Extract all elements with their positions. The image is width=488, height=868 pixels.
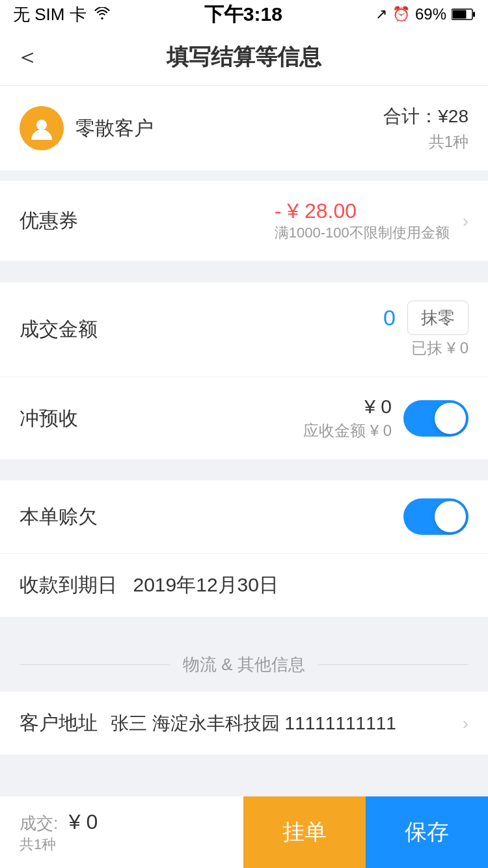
bottom-label: 成交: (20, 813, 58, 833)
bottom-label-amount: 成交: ¥ 0 (20, 810, 224, 835)
prepayment-amount: ¥ 0 (303, 396, 392, 418)
credit-section: 本单赊欠 收款到期日 2019年12月30日 (0, 480, 488, 617)
customer-total: 合计：¥28 (383, 104, 468, 129)
prepayment-right: ¥ 0 应收金额 ¥ 0 (303, 396, 468, 441)
transaction-sub: 已抹 ¥ 0 (411, 338, 468, 359)
transaction-top: 抹零 (344, 301, 468, 335)
status-right: ↗ ⏰ 69% (375, 5, 475, 23)
coupon-section: 优惠券 - ¥ 28.00 满1000-100不限制使用金额 › (0, 181, 488, 262)
coupon-amount: - ¥ 28.00 (275, 199, 450, 223)
bottom-count: 共1种 (20, 835, 224, 854)
toggle-thumb (435, 403, 466, 434)
address-value: 张三 海淀永丰科技园 11111111111 (111, 711, 457, 736)
page-title: 填写结算等信息 (167, 42, 321, 72)
no-sim-text: 无 SIM 卡 (13, 3, 87, 26)
prepayment-top: ¥ 0 应收金额 ¥ 0 (303, 396, 468, 441)
logistics-title: 物流 & 其他信息 (183, 653, 305, 676)
bottom-info: 成交: ¥ 0 共1种 (0, 810, 243, 854)
save-button-label: 保存 (405, 817, 449, 847)
coupon-label: 优惠券 (20, 208, 78, 234)
logistics-line-right (318, 664, 468, 665)
transaction-right: 抹零 已抹 ¥ 0 (344, 301, 468, 359)
divider-2 (0, 470, 488, 480)
customer-name: 零散客户 (75, 115, 154, 142)
credit-label: 本单赊欠 (20, 504, 98, 530)
customer-right: 合计：¥28 共1种 (383, 104, 468, 152)
divider-1 (0, 272, 488, 282)
divider-3 (0, 627, 488, 638)
save-button[interactable]: 保存 (366, 796, 488, 868)
coupon-values: - ¥ 28.00 满1000-100不限制使用金额 (275, 199, 450, 243)
coupon-desc: 满1000-100不限制使用金额 (275, 223, 450, 243)
coupon-row[interactable]: 优惠券 - ¥ 28.00 满1000-100不限制使用金额 › (0, 181, 488, 262)
status-bar: 无 SIM 卡 下午3:18 ↗ ⏰ 69% (0, 0, 488, 29)
status-left: 无 SIM 卡 (13, 3, 111, 26)
logistics-header: 物流 & 其他信息 (0, 638, 488, 692)
bottom-amount: ¥ 0 (69, 810, 98, 834)
transaction-label: 成交金额 (20, 316, 98, 343)
hold-button-label: 挂单 (282, 817, 327, 847)
location-icon: ↗ (375, 6, 387, 23)
back-button[interactable]: ＜ (16, 41, 39, 73)
status-time: 下午3:18 (204, 1, 282, 28)
nav-bar: ＜ 填写结算等信息 (0, 29, 488, 86)
address-section: 客户地址 张三 海淀永丰科技园 11111111111 › (0, 692, 488, 755)
hold-button[interactable]: 挂单 (243, 796, 366, 868)
prepayment-toggle[interactable] (403, 400, 468, 437)
prepayment-row: 冲预收 ¥ 0 应收金额 ¥ 0 (0, 377, 488, 459)
transaction-amount-input[interactable] (344, 305, 396, 331)
address-chevron-icon: › (463, 713, 468, 734)
round-button[interactable]: 抹零 (407, 301, 468, 335)
svg-point-3 (36, 120, 47, 130)
coupon-right: - ¥ 28.00 满1000-100不限制使用金额 › (275, 199, 468, 243)
main-content: 零散客户 合计：¥28 共1种 优惠券 - ¥ 28.00 满1000-100不… (0, 86, 488, 837)
transaction-row: 成交金额 抹零 已抹 ¥ 0 (0, 282, 488, 377)
due-date-row: 收款到期日 2019年12月30日 (0, 553, 488, 617)
logistics-line-left (20, 664, 170, 665)
credit-toggle[interactable] (403, 498, 468, 535)
customer-section: 零散客户 合计：¥28 共1种 (0, 86, 488, 170)
credit-row: 本单赊欠 (0, 480, 488, 553)
clock-icon: ⏰ (392, 6, 410, 23)
prepayment-sub: 应收金额 ¥ 0 (303, 420, 392, 441)
address-label: 客户地址 (20, 710, 98, 737)
customer-count: 共1种 (383, 131, 468, 152)
prepayment-label: 冲预收 (20, 405, 78, 432)
coupon-chevron-icon: › (463, 211, 468, 232)
wifi-icon (93, 5, 111, 25)
customer-left: 零散客户 (20, 106, 154, 150)
address-row[interactable]: 客户地址 张三 海淀永丰科技园 11111111111 › (0, 692, 488, 755)
credit-toggle-thumb (435, 501, 466, 532)
bottom-bar: 成交: ¥ 0 共1种 挂单 保存 (0, 796, 488, 868)
battery-text: 69% (415, 5, 446, 23)
due-date-value: 2019年12月30日 (133, 574, 278, 595)
customer-avatar (20, 106, 64, 150)
due-date-label: 收款到期日 (20, 574, 117, 595)
battery-icon (452, 8, 475, 20)
svg-rect-1 (452, 10, 466, 19)
logistics-header-inner: 物流 & 其他信息 (20, 653, 468, 676)
transaction-section: 成交金额 抹零 已抹 ¥ 0 冲预收 ¥ 0 应收金额 ¥ 0 (0, 282, 488, 459)
customer-row: 零散客户 合计：¥28 共1种 (0, 86, 488, 170)
svg-rect-2 (473, 12, 475, 17)
